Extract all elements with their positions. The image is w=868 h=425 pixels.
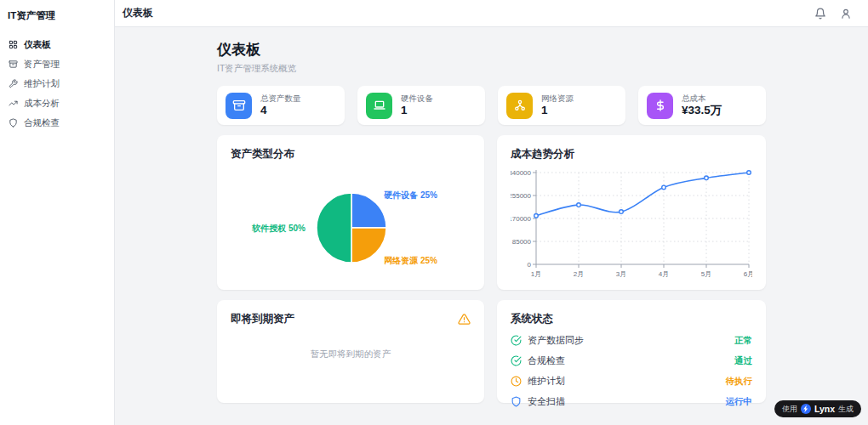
line-chart-card: 成本趋势分析 0850001700002550003400001月2月3月4月5…	[497, 135, 766, 290]
svg-text:255000: 255000	[511, 192, 532, 200]
sidebar-item-label: 资产管理	[24, 59, 60, 71]
svg-text:340000: 340000	[511, 169, 532, 177]
warning-triangle-icon	[458, 313, 471, 326]
check-circle-icon	[511, 335, 522, 346]
svg-text:6月: 6月	[744, 270, 752, 278]
status-badge: 待执行	[726, 376, 753, 388]
stat-card-hardware: 硬件设备 1	[357, 86, 485, 125]
sidebar-item-cost-analysis[interactable]: 成本分析	[0, 94, 114, 113]
badge-prefix: 使用	[782, 404, 797, 415]
system-status-title: 系统状态	[511, 312, 752, 326]
content-area: 仪表板 IT资产管理系统概览 总资产数量 4	[115, 27, 868, 425]
sidebar-nav: 仪表板 资产管理 维护计划 成本分析	[0, 35, 114, 133]
topbar-title: 仪表板	[123, 6, 814, 20]
status-label: 安全扫描	[528, 395, 726, 408]
pie-chart-card: 资产类型分布 硬件设备 25%网络资源 25%软件授权 50%	[217, 135, 484, 290]
empty-state-text: 暂无即将到期的资产	[231, 348, 471, 360]
stat-label: 总成本	[682, 94, 722, 103]
sidebar-item-compliance[interactable]: 合规检查	[0, 113, 114, 133]
status-badge: 运行中	[726, 396, 753, 408]
status-row-security-scan: 安全扫描 运行中	[511, 395, 752, 408]
archive-icon	[9, 60, 18, 69]
laptop-icon	[366, 93, 392, 119]
stat-label: 硬件设备	[401, 94, 433, 103]
clock-icon	[511, 376, 522, 387]
svg-text:0: 0	[528, 261, 532, 269]
stat-label: 总资产数量	[260, 94, 301, 103]
stat-cards-row: 总资产数量 4 硬件设备 1	[217, 86, 766, 125]
bell-icon[interactable]	[814, 8, 826, 20]
sidebar-item-label: 成本分析	[24, 98, 60, 110]
archive-icon	[226, 93, 252, 119]
badge-brand: Lynx	[814, 404, 835, 414]
line-chart-title: 成本趋势分析	[511, 147, 752, 162]
bottom-row: 即将到期资产 暂无即将到期的资产 系统状态	[217, 300, 766, 403]
stat-card-total-assets: 总资产数量 4	[217, 86, 345, 125]
user-icon[interactable]	[840, 8, 852, 20]
check-circle-icon	[511, 355, 522, 366]
badge-suffix: 生成	[838, 404, 854, 415]
lynx-logo-icon	[801, 404, 811, 414]
dashboard-icon	[9, 40, 18, 49]
status-badge: 正常	[734, 335, 752, 347]
stat-value: 4	[260, 104, 301, 117]
status-badge: 通过	[734, 355, 752, 367]
stat-card-total-cost: 总成本 ¥33.5万	[638, 86, 766, 125]
svg-text:3月: 3月	[616, 270, 626, 278]
sidebar-item-label: 仪表板	[24, 39, 51, 51]
stat-label: 网络资源	[541, 94, 574, 103]
stat-value: ¥33.5万	[682, 104, 722, 117]
page-title: 仪表板	[217, 40, 766, 60]
shield-icon	[511, 396, 522, 407]
trending-up-icon	[9, 99, 18, 108]
pie-chart: 硬件设备 25%网络资源 25%软件授权 50%	[231, 164, 471, 280]
svg-text:4月: 4月	[659, 270, 669, 278]
stat-value: 1	[541, 104, 574, 117]
page-subtitle: IT资产管理系统概览	[217, 63, 766, 75]
main-area: 仪表板 仪表板 IT资产管理系统概览	[115, 0, 868, 425]
system-status-card: 系统状态 资产数据同步 正常 合规检查	[497, 300, 766, 403]
dollar-icon	[647, 93, 673, 119]
app-title: IT资产管理	[0, 0, 114, 35]
stat-value: 1	[401, 104, 433, 117]
svg-text:5月: 5月	[701, 270, 711, 278]
svg-text:170000: 170000	[511, 215, 532, 223]
status-label: 维护计划	[528, 375, 726, 388]
topbar-actions	[814, 8, 852, 20]
topbar: 仪表板	[115, 0, 868, 27]
line-chart: 0850001700002550003400001月2月3月4月5月6月	[511, 164, 752, 285]
status-label: 资产数据同步	[528, 334, 734, 347]
svg-text:85000: 85000	[512, 238, 532, 246]
status-row-data-sync: 资产数据同步 正常	[511, 334, 752, 347]
network-icon	[506, 93, 533, 119]
charts-row: 资产类型分布 硬件设备 25%网络资源 25%软件授权 50% 成本趋势分析 0…	[217, 135, 766, 290]
svg-text:软件授权 50%: 软件授权 50%	[251, 224, 306, 233]
svg-text:1月: 1月	[531, 270, 541, 278]
sidebar-item-label: 合规检查	[24, 117, 60, 129]
lynx-generated-badge[interactable]: 使用 Lynx 生成	[774, 400, 861, 417]
sidebar-item-label: 维护计划	[24, 78, 60, 90]
svg-text:硬件设备 25%: 硬件设备 25%	[383, 190, 437, 200]
stat-card-network: 网络资源 1	[498, 86, 625, 125]
pie-chart-title: 资产类型分布	[231, 147, 471, 162]
status-row-compliance: 合规检查 通过	[511, 354, 752, 367]
expiring-assets-title: 即将到期资产	[231, 312, 294, 326]
sidebar-item-assets[interactable]: 资产管理	[0, 54, 114, 74]
app-window: IT资产管理 仪表板 资产管理 维护计划	[0, 0, 868, 425]
shield-icon	[9, 118, 18, 128]
svg-text:2月: 2月	[574, 270, 584, 278]
expiring-assets-card: 即将到期资产 暂无即将到期的资产	[217, 300, 484, 403]
status-label: 合规检查	[528, 354, 734, 367]
sidebar-item-dashboard[interactable]: 仪表板	[0, 35, 114, 54]
sidebar-item-maintenance[interactable]: 维护计划	[0, 74, 114, 94]
svg-text:网络资源 25%: 网络资源 25%	[384, 256, 437, 265]
sidebar: IT资产管理 仪表板 资产管理 维护计划	[0, 0, 115, 425]
wrench-icon	[9, 79, 18, 88]
status-row-maintenance: 维护计划 待执行	[511, 375, 752, 388]
